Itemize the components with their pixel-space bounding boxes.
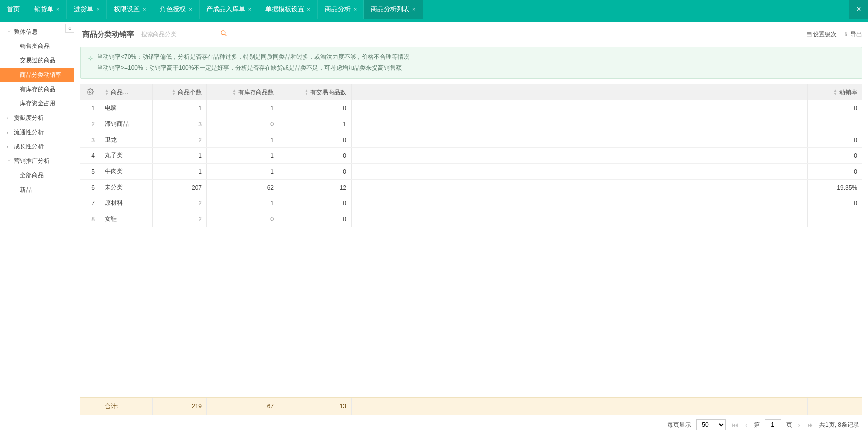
tip-line-2: 当动销率>=100%：动销率高于100%不一定是好事，分析是否存在缺货或是品类不… <box>97 63 409 74</box>
tab-6[interactable]: 单据模板设置× <box>258 0 317 19</box>
close-icon[interactable]: × <box>143 6 146 12</box>
page-title: 商品分类动销率 <box>82 30 134 39</box>
sidebar-item-0-2[interactable]: 商品分类动销率 <box>0 68 74 82</box>
page-label-before: 第 <box>754 421 760 429</box>
search-input[interactable] <box>140 29 218 40</box>
column-settings-button[interactable] <box>80 84 100 100</box>
next-page-button[interactable]: › <box>797 421 801 429</box>
tab-label: 权限设置 <box>114 5 140 14</box>
tab-3[interactable]: 权限设置× <box>107 0 153 19</box>
cell-rate <box>808 211 862 227</box>
footer-count: 219 <box>153 398 207 415</box>
tab-0[interactable]: 首页 <box>0 0 27 19</box>
cell-gap <box>352 100 808 116</box>
page-input[interactable] <box>765 419 781 430</box>
footer-rate <box>808 398 862 415</box>
first-page-button[interactable]: ⏮ <box>731 421 739 429</box>
export-button[interactable]: ⇪ 导出 <box>844 30 862 39</box>
tab-8[interactable]: 商品分析列表× <box>364 0 423 19</box>
sidebar-item-0-1[interactable]: 交易过的商品 <box>0 53 74 68</box>
sidebar-item-0-4[interactable]: 库存资金占用 <box>0 96 74 111</box>
tab-label: 首页 <box>7 5 20 14</box>
sidebar-group-4[interactable]: ﹀营销推广分析 <box>0 154 74 168</box>
set-level-button[interactable]: ▤ 设置级次 <box>806 30 837 39</box>
per-page-select[interactable]: 50 <box>696 419 726 430</box>
close-icon[interactable]: × <box>189 6 192 12</box>
cell-rate: 19.35% <box>808 180 862 195</box>
cell-stock: 62 <box>207 180 279 195</box>
cell-gap <box>352 132 808 147</box>
cell-gap <box>352 148 808 163</box>
close-icon[interactable]: × <box>354 6 357 12</box>
search-icon[interactable] <box>218 30 229 38</box>
close-icon[interactable]: × <box>412 6 415 12</box>
table-row[interactable]: 7原材料2100 <box>80 195 862 211</box>
cell-name: 原材料 <box>100 195 153 211</box>
cell-gap <box>352 195 808 211</box>
close-icon[interactable]: × <box>96 6 99 12</box>
svg-point-0 <box>221 31 225 35</box>
tab-label: 商品分析 <box>325 5 351 14</box>
chevron-right-icon: › <box>7 130 12 135</box>
table-footer: 合计: 219 67 13 <box>80 397 862 415</box>
sort-icon: ▲▼ <box>172 89 176 96</box>
table-row[interactable]: 2滞销商品301 <box>80 116 862 132</box>
tab-1[interactable]: 销货单× <box>27 0 67 19</box>
table-row[interactable]: 5牛肉类1100 <box>80 164 862 180</box>
sidebar-item-0-0[interactable]: 销售类商品 <box>0 39 74 53</box>
col-header-spacer <box>352 84 808 100</box>
col-header-count[interactable]: ▲▼ 商品个数 <box>153 84 207 100</box>
last-page-button[interactable]: ⏭ <box>806 421 815 429</box>
close-icon[interactable]: × <box>307 6 310 12</box>
tip-line-1: 当动销率<70%：动销率偏低，分析是否存在品种过多，特别是同质同类品种过多，或淘… <box>97 52 409 63</box>
svg-line-1 <box>225 34 227 36</box>
set-level-label: 设置级次 <box>813 30 837 39</box>
row-index: 3 <box>80 132 100 147</box>
cell-count: 3 <box>153 116 207 132</box>
prev-page-button[interactable]: ‹ <box>744 421 748 429</box>
top-tabbar: 首页销货单×进货单×权限设置×角色授权×产成品入库单×单据模板设置×商品分析×商… <box>0 0 868 19</box>
page-summary: 共1页, 8条记录 <box>819 421 859 429</box>
sidebar-collapse-button[interactable]: « <box>65 24 74 33</box>
cell-stock: 1 <box>207 195 279 211</box>
cell-trade: 0 <box>279 148 352 163</box>
footer-label: 合计: <box>100 398 153 415</box>
row-index: 1 <box>80 100 100 116</box>
tabbar-close-button[interactable]: × <box>849 0 868 19</box>
table-row[interactable]: 4丸子类1100 <box>80 148 862 164</box>
cell-count: 1 <box>153 164 207 179</box>
sidebar-item-4-0[interactable]: 全部商品 <box>0 168 74 183</box>
sidebar-group-label: 流通性分析 <box>14 128 44 137</box>
sidebar-group-1[interactable]: ›贡献度分析 <box>0 111 74 125</box>
tab-4[interactable]: 角色授权× <box>153 0 199 19</box>
sidebar-item-4-1[interactable]: 新品 <box>0 183 74 197</box>
cell-gap <box>352 116 808 132</box>
sidebar-item-0-3[interactable]: 有库存的商品 <box>0 82 74 96</box>
col-trade-label: 有交易商品数 <box>310 88 346 96</box>
table-row[interactable]: 6未分类207621219.35% <box>80 180 862 195</box>
sidebar-group-0[interactable]: ﹀整体信息 <box>0 25 74 39</box>
tip-banner: ✧ 当动销率<70%：动销率偏低，分析是否存在品种过多，特别是同质同类品种过多，… <box>80 47 862 79</box>
table-row[interactable]: 8女鞋200 <box>80 211 862 227</box>
col-header-trade[interactable]: ▲▼ 有交易商品数 <box>279 84 352 100</box>
table-row[interactable]: 1电脑1100 <box>80 100 862 116</box>
tab-label: 进货单 <box>74 5 93 14</box>
col-header-name[interactable]: ▲▼ 商品… <box>100 84 153 100</box>
sidebar-group-3[interactable]: ›成长性分析 <box>0 140 74 154</box>
tab-2[interactable]: 进货单× <box>67 0 106 19</box>
cell-trade: 0 <box>279 100 352 116</box>
close-icon[interactable]: × <box>56 6 59 12</box>
cell-name: 丸子类 <box>100 148 153 163</box>
svg-point-2 <box>89 91 91 93</box>
cell-rate: 0 <box>808 100 862 116</box>
sidebar-group-2[interactable]: ›流通性分析 <box>0 125 74 140</box>
col-header-stock[interactable]: ▲▼ 有库存商品数 <box>207 84 279 100</box>
col-name-label: 商品… <box>111 88 129 96</box>
cell-rate: 0 <box>808 195 862 211</box>
close-icon[interactable]: × <box>248 6 251 12</box>
tab-5[interactable]: 产成品入库单× <box>200 0 258 19</box>
col-header-rate[interactable]: ▲▼ 动销率 <box>808 84 862 100</box>
tab-7[interactable]: 商品分析× <box>318 0 364 19</box>
table-row[interactable]: 3卫龙2100 <box>80 132 862 148</box>
cell-count: 1 <box>153 148 207 163</box>
